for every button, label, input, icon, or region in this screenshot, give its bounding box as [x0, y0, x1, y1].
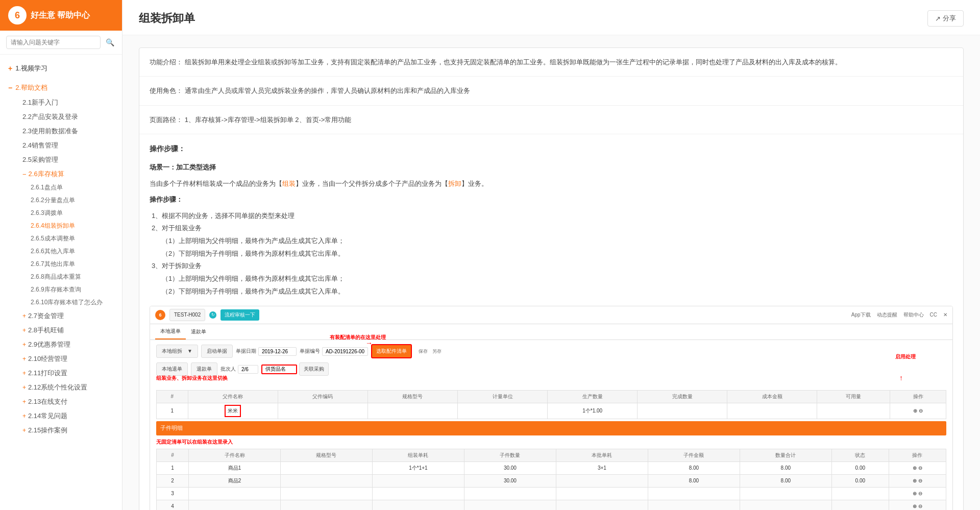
table-row: 2 商品2 30.00 8.00 8.00 0.00 — [157, 475, 946, 488]
sim-enable-wrapper: 关联采购 — [261, 362, 329, 376]
sim-enable-input[interactable] — [261, 365, 297, 374]
table-row: 1 米米 1个*1.00 — [157, 403, 946, 419]
path-block: 页面路径： 1、库存核算->库存管理->组装拆卸单 2、首页->常用功能 — [139, 106, 963, 134]
sidebar-item-2-6-9[interactable]: 2.6.9库存账本查询 — [22, 283, 122, 296]
func-intro-text: 组装拆卸单用来处理企业组装或拆卸等加工业务，支持有固定装配清单的产品加工业务，也… — [185, 58, 842, 66]
search-button[interactable]: 🔍 — [104, 36, 116, 48]
sidebar-item-2-6-10[interactable]: 2.6.10库存账本错了怎么办 — [22, 296, 122, 309]
sidebar-item-2-15[interactable]: +2.15操作案例 — [14, 423, 122, 438]
sidebar-item-2-12[interactable]: +2.12系统个性化设置 — [14, 380, 122, 395]
sim-ordernum-input[interactable] — [322, 347, 368, 356]
sidebar-item-2-6-4[interactable]: 2.6.4组装拆卸单 — [22, 220, 122, 232]
sidebar-item-2-5[interactable]: 2.5采购管理 — [14, 153, 122, 167]
sim-topbar-right: App下载 动态提醒 帮助中心 CC ✕ — [851, 310, 947, 320]
sidebar-item-2-6-1[interactable]: 2.6.1盘点单 — [22, 181, 122, 194]
sidebar-item-2-6-6[interactable]: 2.6.6其他入库单 — [22, 245, 122, 258]
sim-upper-table-wrapper: # 父件名称 父件编码 规格型号 计量单位 生产数量 完成数量 成本金额 — [156, 390, 946, 419]
scenario1-title: 场景一：加工类型选择 — [150, 161, 953, 173]
sim-enable-btn[interactable]: 关联采购 — [299, 362, 329, 376]
desc1-suffix: 】业务。 — [461, 180, 488, 187]
sidebar-sub-items-2: 2.1新手入门 2.2产品安装及登录 2.3使用前数据准备 2.4销售管理 2.… — [0, 95, 122, 438]
screenshot-container: 6 TEST-H002 ↻ 流程审核一下 App下载 动态提醒 帮助中心 CC … — [150, 306, 953, 510]
sim-btn-type[interactable]: 本地组拆 ▼ — [156, 345, 198, 358]
sim-nav-local[interactable]: 本地退单 — [155, 324, 186, 339]
sidebar-item-2-2[interactable]: 2.2产品安装及登录 — [14, 110, 122, 124]
sidebar-item-2-11[interactable]: +2.11打印设置 — [14, 366, 122, 380]
sim-topbar: 6 TEST-H002 ↻ 流程审核一下 App下载 动态提醒 帮助中心 CC … — [150, 306, 952, 324]
sim-user: CC — [930, 310, 937, 320]
sim-upper-table: # 父件名称 父件编码 规格型号 计量单位 生产数量 完成数量 成本金额 — [156, 390, 946, 419]
nav-section-2: − 2.帮助文档 2.1新手入门 2.2产品安装及登录 2.3使用前数据准备 2… — [0, 78, 122, 440]
sidebar-item-2-6-3[interactable]: 2.6.3调拨单 — [22, 207, 122, 220]
desc1-hl2: 拆卸 — [448, 180, 461, 187]
sim-lower-section-header: 子件明细 — [156, 421, 946, 435]
main-panel: 组装拆卸单 ↗ 分享 功能介绍： 组装拆卸单用来处理企业组装或拆卸等加工业务，支… — [122, 0, 980, 510]
search-input[interactable] — [6, 36, 101, 49]
sidebar-item-2-6-7[interactable]: 2.6.7其他出库单 — [22, 258, 122, 271]
scenario1-desc: 当由多个子件材料组装成一个成品的业务为【组装】业务，当由一个父件拆分成多个子产品… — [150, 178, 953, 189]
sim-sub-toolbar: 本地退单 退款单 批次人 关联采购 — [156, 362, 946, 376]
sidebar-group-label-1: 1.视频学习 — [15, 64, 47, 73]
sidebar-item-2-6-8[interactable]: 2.6.8商品成本重算 — [22, 271, 122, 283]
col-h-avail: 可用量 — [817, 391, 890, 403]
sim-process-btn[interactable]: 流程审核一下 — [220, 309, 259, 321]
annotation-manual: 无固定清单可以在组装在这里录入 — [156, 438, 946, 447]
col-h-cost: 成本金额 — [727, 391, 817, 403]
func-intro-block: 功能介绍： 组装拆卸单用来处理企业组装或拆卸等加工业务，支持有固定装配清单的产品… — [139, 48, 963, 77]
sidebar-item-2-3[interactable]: 2.3使用前数据准备 — [14, 124, 122, 138]
sim-form: 本地组拆 ▼ 启动单据 单据日期 单据编号 — [150, 340, 952, 510]
table-row: 4⊕ ⊖ — [157, 500, 946, 510]
sidebar-header: 6 好生意 帮助中心 — [0, 0, 122, 31]
search-box: 🔍 — [0, 31, 122, 55]
sim-alerts: 动态提醒 — [877, 310, 897, 320]
main-header: 组装拆卸单 ↗ 分享 — [122, 0, 980, 35]
sidebar-item-2-9[interactable]: +2.9优惠券管理 — [14, 337, 122, 352]
path-label: 页面路径： — [150, 116, 183, 124]
sidebar-item-2-8[interactable]: +2.8手机旺铺 — [14, 323, 122, 337]
sidebar-item-videos[interactable]: + 1.视频学习 — [0, 61, 122, 76]
share-icon: ↗ — [935, 15, 941, 22]
step1: 1、根据不同的业务，选择不同单据的类型来处理 — [150, 210, 953, 223]
col-h-pcode: 父件编码 — [278, 391, 368, 403]
sim-config-btn[interactable]: 选取配件清单 — [371, 344, 412, 358]
sidebar-item-docs[interactable]: − 2.帮助文档 — [0, 80, 122, 95]
table-row: 3⊕ ⊖ — [157, 488, 946, 500]
sidebar-item-2-6-5[interactable]: 2.6.5成本调整单 — [22, 232, 122, 245]
sim-navbar: 本地退单 退款单 — [150, 324, 952, 340]
sim-toolbar: 本地组拆 ▼ 启动单据 单据日期 单据编号 — [156, 344, 946, 358]
sidebar-item-2-10[interactable]: +2.10经营管理 — [14, 352, 122, 366]
sim-nav-refund[interactable]: 退款单 — [186, 325, 211, 339]
col-h-pname: 父件名称 — [188, 391, 278, 403]
sim-annotation-wrapper: 无固定清单可以在组装在这里录入 — [156, 438, 946, 447]
sidebar: 6 好生意 帮助中心 🔍 + 1.视频学习 − 2.帮助文档 2.1新手入门 2… — [0, 0, 122, 510]
step3-sub2: （2）下部明细为子件明细，最终作为产成品生成其它入库单。 — [150, 285, 953, 298]
sim-btn-action[interactable]: 启动单据 — [201, 345, 233, 358]
share-button[interactable]: ↗ 分享 — [927, 10, 964, 27]
col-h-ops: 操作 — [890, 391, 946, 403]
sim-btn-sub1[interactable]: 本地退单 — [156, 362, 188, 376]
table-row: 1 商品1 1个*1+1 30.00 3+1 8.00 8.00 0.00 — [157, 462, 946, 475]
main-content: 功能介绍： 组装拆卸单用来处理企业组装或拆卸等加工业务，支持有固定装配清单的产品… — [122, 35, 980, 510]
step2-sub2: （2）下部明细为子件明细，最终作为原材料生成其它出库单。 — [150, 248, 953, 260]
sidebar-item-2-6-2[interactable]: 2.6.2分量盘点单 — [22, 194, 122, 207]
content-wrapper: 功能介绍： 组装拆卸单用来处理企业组装或拆卸等加工业务，支持有固定装配清单的产品… — [139, 47, 964, 510]
sidebar-item-2-13[interactable]: +2.13在线支付 — [14, 395, 122, 409]
sidebar-item-2-1[interactable]: 2.1新手入门 — [14, 95, 122, 110]
sim-close-icon[interactable]: ✕ — [943, 310, 947, 320]
sim-num-input[interactable] — [238, 365, 258, 374]
sim-date-input[interactable] — [258, 347, 297, 356]
sim-ordernum-field: 单据编号 — [300, 347, 368, 356]
sidebar-item-2-6[interactable]: − 2.6库存核算 — [14, 167, 122, 181]
desc1-mid1: 】业务，当由一个父件拆分成多个子产品的业务为【 — [296, 180, 448, 187]
step2: 2、对于组装业务 — [150, 222, 953, 235]
func-intro-label: 功能介绍： — [150, 58, 183, 66]
sidebar-item-2-7[interactable]: +2.7资金管理 — [14, 309, 122, 323]
sidebar-item-2-4[interactable]: 2.4销售管理 — [14, 138, 122, 153]
sim-btn-sub2[interactable]: 退款单 — [191, 362, 217, 376]
ops-title: 操作步骤： — [150, 142, 953, 155]
sim-company: TEST-H002 — [169, 309, 205, 321]
sim-logo: 6 — [155, 310, 165, 320]
sim-refresh-icon[interactable]: ↻ — [209, 311, 216, 319]
sim-config-btn-wrapper: 选取配件清单 保存 另存 — [371, 344, 446, 358]
sidebar-item-2-14[interactable]: +2.14常见问题 — [14, 409, 122, 423]
